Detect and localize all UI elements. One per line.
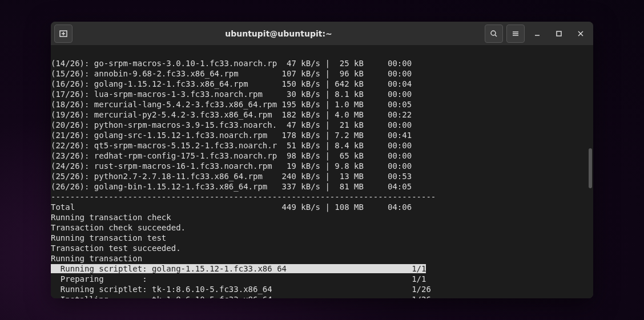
download-line: (23/26): redhat-rpm-config-175-1.fc33.no… (51, 151, 412, 160)
download-line: (18/26): mercurial-lang-5.4.2-3.fc33.x86… (51, 100, 412, 109)
search-button[interactable] (485, 25, 503, 43)
transaction-line: Running scriptlet: tk-1:8.6.10-5.fc33.x8… (51, 285, 431, 294)
minimize-button[interactable] (528, 25, 546, 43)
status-line: Running transaction check (51, 213, 171, 222)
hamburger-icon (511, 29, 520, 38)
maximize-button[interactable] (550, 25, 568, 43)
close-button[interactable] (571, 25, 590, 43)
download-line: (14/26): go-srpm-macros-3.0.10-1.fc33.no… (51, 59, 412, 68)
status-line: Transaction check succeeded. (51, 223, 186, 232)
svg-line-4 (495, 35, 497, 37)
download-line: (20/26): python-srpm-macros-3.9-15.fc33.… (51, 120, 412, 129)
terminal-body[interactable]: (14/26): go-srpm-macros-3.0.10-1.fc33.no… (51, 46, 593, 298)
status-line: Running transaction test (51, 233, 166, 242)
terminal-output: (14/26): go-srpm-macros-3.0.10-1.fc33.no… (51, 48, 591, 298)
download-line: (24/26): rust-srpm-macros-16-1.fc33.noar… (51, 161, 412, 171)
download-line: (22/26): qt5-srpm-macros-5.15.2-1.fc33.n… (51, 141, 412, 150)
total-line: Total 449 kB/s | 108 MB 04:06 (51, 202, 412, 212)
svg-point-3 (491, 31, 496, 35)
scrollbar-thumb[interactable] (589, 148, 592, 188)
highlighted-line: Running scriptlet: golang-1.15.12-1.fc33… (51, 264, 426, 273)
status-line: Transaction test succeeded. (51, 244, 181, 253)
menu-button[interactable] (506, 25, 525, 43)
status-line: Running transaction (51, 254, 142, 263)
download-line: (25/26): python2.7-2.7.18-11.fc33.x86_64… (51, 172, 412, 181)
terminal-window: ubuntupit@ubuntupit:~ (14/26): go-srpm-m… (51, 22, 593, 298)
close-icon (576, 29, 585, 38)
download-line: (21/26): golang-src-1.15.12-1.fc33.noarc… (51, 131, 412, 140)
download-line: (16/26): golang-1.15.12-1.fc33.x86_64.rp… (51, 79, 412, 88)
download-line: (19/26): mercurial-py2-5.4.2-3.fc33.x86_… (51, 110, 412, 119)
download-line: (26/26): golang-bin-1.15.12-1.fc33.x86_6… (51, 182, 412, 191)
new-tab-button[interactable] (54, 25, 73, 43)
download-line: (15/26): annobin-9.68-2.fc33.x86_64.rpm … (51, 69, 412, 78)
separator-line: ----------------------------------------… (51, 192, 436, 201)
maximize-icon (554, 29, 564, 38)
titlebar: ubuntupit@ubuntupit:~ (51, 22, 593, 46)
minimize-icon (533, 29, 542, 38)
svg-rect-9 (557, 31, 561, 36)
window-title: ubuntupit@ubuntupit:~ (76, 29, 481, 38)
transaction-line: Preparing : 1/1 (51, 274, 426, 283)
search-icon (489, 29, 498, 38)
transaction-line: Installing : tk-1:8.6.10-5.fc33.x86_64 1… (51, 295, 431, 298)
download-line: (17/26): lua-srpm-macros-1-3.fc33.noarch… (51, 90, 412, 99)
new-tab-icon (59, 29, 68, 38)
